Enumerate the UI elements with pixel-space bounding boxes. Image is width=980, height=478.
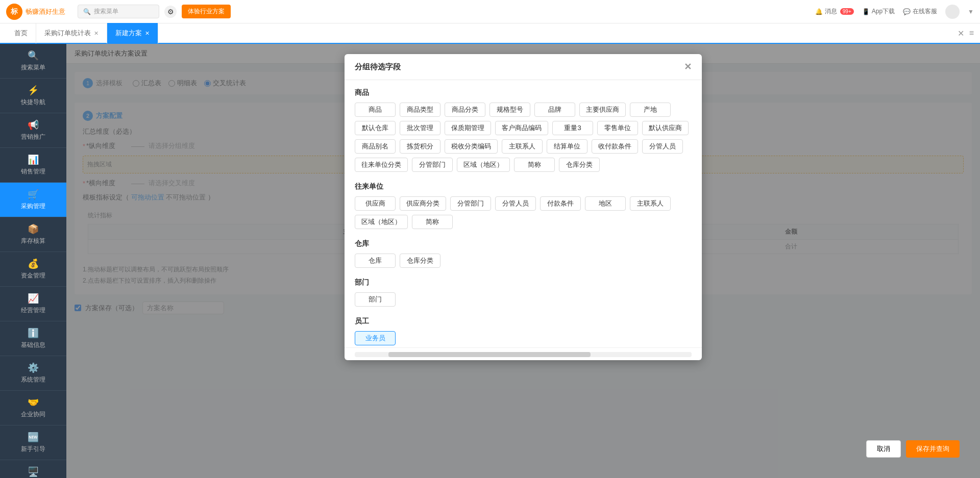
field-default-warehouse[interactable]: 默认仓库 xyxy=(355,121,396,135)
field-retail-unit[interactable]: 零售单位 xyxy=(597,121,638,135)
field-region2[interactable]: 区域（地区） xyxy=(355,215,408,229)
tab-purchase-stats-close[interactable]: ✕ xyxy=(94,30,99,37)
app-download-btn[interactable]: 📱 App下载 xyxy=(862,7,895,16)
sidebar-item-search[interactable]: 🔍 搜索菜单 xyxy=(0,44,66,79)
field-settle-unit[interactable]: 结算单位 xyxy=(547,139,587,154)
modal-header: 分组待选字段 ✕ xyxy=(345,54,702,80)
sidebar-item-collab[interactable]: 🤝 企业协同 xyxy=(0,391,66,425)
field-partner-manager[interactable]: 分管人员 xyxy=(495,196,536,211)
app-icon: 📱 xyxy=(862,8,870,15)
tab-close-all-icon[interactable]: ✕ xyxy=(958,29,964,38)
field-batch-mgmt[interactable]: 批次管理 xyxy=(400,121,440,135)
section-department-title: 部门 xyxy=(355,278,692,287)
logo-icon: 标 xyxy=(6,4,22,20)
field-weight[interactable]: 重量3 xyxy=(552,121,593,135)
field-payment-terms[interactable]: 收付款条件 xyxy=(592,139,638,154)
field-default-supplier[interactable]: 默认供应商 xyxy=(642,121,689,135)
h-scrollbar[interactable] xyxy=(355,352,692,357)
field-abbr[interactable]: 简称 xyxy=(514,158,555,172)
field-tax-code[interactable]: 税收分类编码 xyxy=(445,139,498,154)
section-goods-fields: 商品 商品类型 商品分类 规格型号 品牌 主要供应商 产地 默认仓库 批次管理 … xyxy=(355,103,692,172)
field-partner-category[interactable]: 往来单位分类 xyxy=(355,158,408,172)
field-wh[interactable]: 仓库 xyxy=(355,254,396,268)
tab-new-scheme[interactable]: 新建方案 ✕ xyxy=(107,23,158,43)
online-service-btn[interactable]: 💬 在线客服 xyxy=(903,7,937,16)
sidebar-item-purchase[interactable]: 🛒 采购管理 xyxy=(0,183,66,217)
tab-home[interactable]: 首页 xyxy=(6,23,36,43)
confirm-button[interactable]: 保存并查询 xyxy=(906,440,960,458)
field-department[interactable]: 部门 xyxy=(355,292,396,307)
field-customer-code[interactable]: 客户商品编码 xyxy=(495,121,548,135)
avatar[interactable] xyxy=(945,5,960,19)
field-wh-cat[interactable]: 仓库分类 xyxy=(400,254,440,268)
content-area: 采购订单统计表方案设置 1 选择模板 汇总表 明细表 交叉 xyxy=(66,44,980,478)
field-area[interactable]: 地区 xyxy=(585,196,626,211)
sidebar-item-inventory[interactable]: 📦 库存核算 xyxy=(0,217,66,252)
field-alias[interactable]: 商品别名 xyxy=(355,139,396,154)
field-abbr2[interactable]: 简称 xyxy=(412,215,453,229)
logo-text: 畅赚酒好生意 xyxy=(26,7,65,16)
field-warehouse-cat[interactable]: 仓库分类 xyxy=(559,158,600,172)
sidebar-finance-label: 资金管理 xyxy=(21,271,45,280)
sidebar-collab-label: 企业协同 xyxy=(21,410,45,419)
field-salesperson[interactable]: 业务员 xyxy=(355,331,396,345)
field-manager[interactable]: 分管人员 xyxy=(642,139,683,154)
field-goods[interactable]: 商品 xyxy=(355,103,396,117)
field-supplier-cat[interactable]: 供应商分类 xyxy=(400,196,446,211)
field-region[interactable]: 区域（地区） xyxy=(457,158,510,172)
sidebar-item-system[interactable]: ⚙️ 系统管理 xyxy=(0,356,66,391)
user-menu-icon[interactable]: ▼ xyxy=(968,8,974,15)
sidebar-item-marketing[interactable]: 📢 营销推广 xyxy=(0,113,66,148)
modal: 分组待选字段 ✕ 商品 商品 商品类型 商品分类 规格型号 品牌 主要供应商 xyxy=(345,54,702,360)
sidebar-item-quicknav[interactable]: ⚡ 快捷导航 xyxy=(0,79,66,113)
message-label: 消息 xyxy=(825,7,837,16)
sidebar-quicknav-label: 快捷导航 xyxy=(21,98,45,107)
sidebar-item-sales[interactable]: 📊 销售管理 xyxy=(0,148,66,183)
section-warehouse: 仓库 仓库 仓库分类 xyxy=(355,239,692,268)
field-partner-dept[interactable]: 分管部门 xyxy=(450,196,491,211)
field-origin[interactable]: 产地 xyxy=(630,103,671,117)
sidebar-inventory-icon: 📦 xyxy=(28,223,39,235)
field-pay-terms[interactable]: 付款条件 xyxy=(540,196,581,211)
tab-new-scheme-close[interactable]: ✕ xyxy=(145,30,150,37)
field-goods-type[interactable]: 商品类型 xyxy=(400,103,440,117)
search-icon: 🔍 xyxy=(83,8,91,15)
field-pick-points[interactable]: 拣货积分 xyxy=(400,139,440,154)
search-placeholder: 搜索菜单 xyxy=(94,7,118,16)
message-btn[interactable]: 🔔 消息 99+ xyxy=(815,7,854,16)
field-dept[interactable]: 分管部门 xyxy=(412,158,453,172)
tab-bar: 首页 采购订单统计表 ✕ 新建方案 ✕ ✕ ≡ xyxy=(0,23,980,44)
search-bar[interactable]: 🔍 搜索菜单 xyxy=(78,5,159,18)
field-main-contact2[interactable]: 主联系人 xyxy=(630,196,671,211)
settings-icon[interactable]: ⚙ xyxy=(164,6,177,18)
tab-more-icon[interactable]: ≡ xyxy=(969,29,974,38)
field-main-contact[interactable]: 主联系人 xyxy=(502,139,543,154)
sidebar-item-operation[interactable]: 📈 经营管理 xyxy=(0,287,66,321)
section-partner: 往来单位 供应商 供应商分类 分管部门 分管人员 付款条件 地区 主联系人 区域… xyxy=(355,182,692,229)
sidebar-item-appcenter[interactable]: 🖥️ 应用中心 xyxy=(0,460,66,478)
field-supplier[interactable]: 供应商 xyxy=(355,196,396,211)
sidebar-basic-label: 基础信息 xyxy=(21,341,45,349)
sidebar-item-basic[interactable]: ℹ️ 基础信息 xyxy=(0,321,66,356)
field-brand[interactable]: 品牌 xyxy=(534,103,575,117)
sidebar-newuser-label: 新手引导 xyxy=(21,445,45,454)
sidebar-operation-icon: 📈 xyxy=(28,293,39,304)
sidebar-newuser-icon: 🆕 xyxy=(28,432,39,443)
modal-close-btn[interactable]: ✕ xyxy=(684,61,692,72)
tab-new-scheme-label: 新建方案 xyxy=(115,29,142,38)
sidebar-item-newuser[interactable]: 🆕 新手引导 xyxy=(0,425,66,460)
field-spec-model[interactable]: 规格型号 xyxy=(489,103,530,117)
sidebar-item-finance[interactable]: 💰 资金管理 xyxy=(0,252,66,287)
section-partner-fields: 供应商 供应商分类 分管部门 分管人员 付款条件 地区 主联系人 区域（地区） … xyxy=(355,196,692,229)
modal-body[interactable]: 商品 商品 商品类型 商品分类 规格型号 品牌 主要供应商 产地 默认仓库 批次… xyxy=(345,80,702,347)
experience-btn[interactable]: 体验行业方案 xyxy=(182,5,231,18)
modal-overlay: 分组待选字段 ✕ 商品 商品 商品类型 商品分类 规格型号 品牌 主要供应商 xyxy=(66,44,980,478)
message-icon: 🔔 xyxy=(815,8,823,15)
cancel-button[interactable]: 取消 xyxy=(866,440,901,458)
tab-purchase-stats[interactable]: 采购订单统计表 ✕ xyxy=(36,23,107,43)
field-goods-category[interactable]: 商品分类 xyxy=(445,103,485,117)
section-employee-fields: 业务员 xyxy=(355,331,692,345)
sidebar-sales-icon: 📊 xyxy=(28,154,39,165)
field-shelf-life[interactable]: 保质期管理 xyxy=(445,121,491,135)
field-main-supplier[interactable]: 主要供应商 xyxy=(579,103,626,117)
